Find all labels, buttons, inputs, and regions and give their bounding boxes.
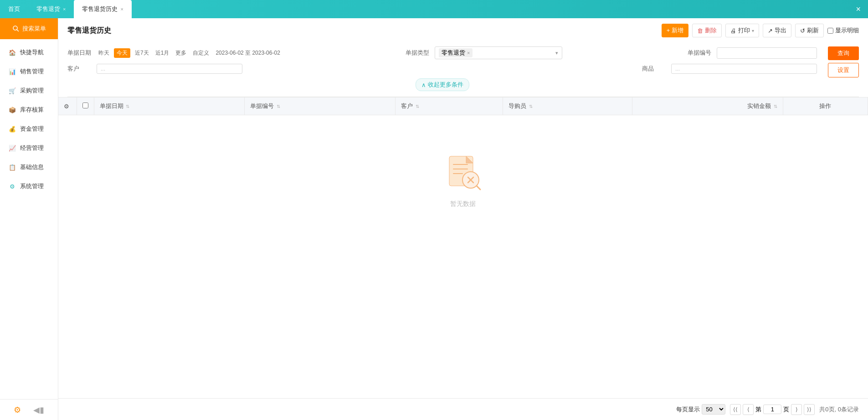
top-bar: 首页零售退货×零售退货历史× × — [0, 0, 868, 18]
display-detail-checkbox-label[interactable]: 显示明细 — [827, 26, 859, 35]
first-page-button[interactable]: ⟨⟨ — [730, 404, 741, 415]
export-button[interactable]: ↗ 导出 — [763, 24, 791, 37]
collapse-button[interactable]: ∧ 收起更多条件 — [416, 78, 469, 91]
add-button[interactable]: + 新增 — [662, 24, 688, 37]
table-body: 暂无数据 — [58, 115, 868, 236]
next-page-button[interactable]: ⟩ — [791, 404, 802, 415]
goods-placeholder: ... — [675, 66, 680, 72]
tab-retail-return-history[interactable]: 零售退货历史× — [74, 0, 131, 18]
per-page-label: 每页显示 — [676, 405, 700, 414]
page-title: 零售退货历史 — [67, 26, 111, 36]
sidebar-item-operations[interactable]: 📈 经营管理 — [0, 138, 58, 158]
export-icon: ↗ — [768, 27, 773, 34]
filter-row-1: 单据日期 昨天 今天 近7天 近1月 更多 自定义 2023-06-02 至 2… — [67, 46, 817, 59]
search-icon — [12, 25, 20, 32]
date-opt-today[interactable]: 今天 — [114, 48, 130, 58]
inventory-nav-icon: 📦 — [8, 106, 16, 114]
th-settings[interactable]: ⚙ — [58, 97, 77, 115]
base-nav-icon: 📋 — [8, 163, 16, 171]
type-tag-close[interactable]: × — [467, 50, 470, 56]
sidebar-item-label-quick-nav: 快捷导航 — [20, 48, 44, 56]
delete-button[interactable]: 🗑 删除 — [692, 24, 722, 37]
date-opt-more[interactable]: 更多 — [174, 49, 188, 57]
sidebar-search-label: 搜索菜单 — [22, 25, 46, 33]
type-tag-label: 零售退货 — [442, 49, 465, 57]
filter-setting-button[interactable]: 设置 — [828, 63, 859, 77]
date-sort-icon: ⇅ — [126, 104, 129, 109]
volume-icon[interactable]: ◀▮ — [33, 405, 44, 415]
date-opt-custom[interactable]: 自定义 — [191, 49, 211, 57]
sidebar-bottom: ⚙ ◀▮ — [0, 399, 58, 420]
collapse-row: ∧ 收起更多条件 — [67, 78, 817, 97]
customer-filter-label: 客户 — [67, 65, 93, 73]
sidebar-item-finance[interactable]: 💰 资金管理 — [0, 119, 58, 138]
number-filter-input[interactable] — [717, 47, 817, 59]
main-layout: 搜索菜单 🏠 快捷导航 📊 销售管理 🛒 采购管理 📦 库存核算 💰 资金管理 … — [0, 18, 868, 420]
sidebar-nav: 🏠 快捷导航 📊 销售管理 🛒 采购管理 📦 库存核算 💰 资金管理 📈 经营管… — [0, 39, 58, 399]
amount-sort-icon: ⇅ — [774, 104, 777, 109]
customer-filter-select[interactable]: ... — [97, 64, 242, 74]
page-prefix-label: 第 — [755, 405, 761, 414]
tab-label-retail-return-history: 零售退货历史 — [82, 5, 118, 13]
date-opt-1month[interactable]: 近1月 — [154, 49, 171, 57]
page-size-select: 每页显示 10 20 50 100 — [676, 404, 725, 415]
refresh-button[interactable]: ↺ 刷新 — [795, 24, 824, 37]
tab-close-retail-return-history[interactable]: × — [120, 6, 123, 12]
type-tag: 零售退货 × — [439, 48, 473, 57]
last-page-button[interactable]: ⟩⟩ — [804, 404, 815, 415]
goods-filter-select[interactable]: ... — [671, 64, 817, 74]
tab-close-retail-return[interactable]: × — [63, 6, 66, 12]
page-number-input[interactable] — [763, 405, 781, 414]
sales-nav-icon: 📊 — [8, 67, 16, 76]
sidebar-item-system[interactable]: ⚙ 系统管理 — [0, 177, 58, 196]
type-filter-label: 单据类型 — [406, 49, 431, 57]
settings-gear-icon[interactable]: ⚙ — [64, 103, 69, 110]
empty-text: 暂无数据 — [450, 200, 476, 208]
th-amount[interactable]: 实销金额 ⇅ — [632, 97, 783, 115]
select-all-checkbox[interactable] — [82, 102, 88, 108]
sidebar: 搜索菜单 🏠 快捷导航 📊 销售管理 🛒 采购管理 📦 库存核算 💰 资金管理 … — [0, 18, 58, 420]
number-sort-icon: ⇅ — [277, 104, 280, 109]
sidebar-item-base-info[interactable]: 📋 基础信息 — [0, 158, 58, 177]
display-detail-checkbox[interactable] — [827, 28, 833, 34]
th-guide[interactable]: 导购员 ⇅ — [503, 97, 632, 115]
type-filter-select[interactable]: 零售退货 × ▾ — [435, 46, 562, 59]
operations-nav-icon: 📈 — [8, 144, 16, 152]
empty-row: 暂无数据 — [58, 115, 868, 236]
sidebar-item-label-finance: 资金管理 — [20, 125, 44, 133]
th-check[interactable] — [77, 97, 94, 115]
th-date[interactable]: 单据日期 ⇅ — [94, 97, 245, 115]
query-button[interactable]: 查询 — [828, 46, 859, 60]
number-filter-label: 单据编号 — [688, 49, 713, 57]
tab-home[interactable]: 首页 — [0, 0, 28, 18]
system-nav-icon: ⚙ — [8, 182, 16, 190]
page-title-row: 零售退货历史 + 新增 🗑 删除 🖨 打印 ▾ ↗ 导出 — [67, 24, 859, 42]
collapse-up-icon: ∧ — [421, 82, 426, 88]
per-page-dropdown[interactable]: 10 20 50 100 — [702, 404, 725, 415]
total-info: 共0页, 0条记录 — [819, 405, 859, 414]
sidebar-search-button[interactable]: 搜索菜单 — [0, 18, 58, 39]
sidebar-item-quick-nav[interactable]: 🏠 快捷导航 — [0, 43, 58, 62]
sidebar-item-label-operations: 经营管理 — [20, 144, 44, 152]
svg-line-10 — [477, 186, 480, 190]
sidebar-item-inventory[interactable]: 📦 库存核算 — [0, 100, 58, 119]
th-customer[interactable]: 客户 ⇅ — [395, 97, 503, 115]
page-nav: ⟨⟨ ⟨ 第 页 ⟩ ⟩⟩ — [730, 404, 815, 415]
tab-retail-return[interactable]: 零售退货× — [28, 0, 74, 18]
sidebar-item-sales-mgmt[interactable]: 📊 销售管理 — [0, 62, 58, 81]
settings-icon[interactable]: ⚙ — [14, 405, 21, 415]
prev-page-button[interactable]: ⟨ — [743, 404, 754, 415]
sidebar-item-label-system: 系统管理 — [20, 182, 44, 190]
page-unit-label: 页 — [783, 405, 789, 414]
date-opt-yesterday[interactable]: 昨天 — [97, 49, 111, 57]
th-number[interactable]: 单据编号 ⇅ — [245, 97, 395, 115]
sidebar-item-purchase-mgmt[interactable]: 🛒 采购管理 — [0, 81, 58, 100]
print-button[interactable]: 🖨 打印 ▾ — [725, 24, 759, 37]
customer-placeholder: ... — [101, 66, 105, 72]
window-close-button[interactable]: × — [848, 0, 868, 18]
print-icon: 🖨 — [730, 27, 736, 34]
date-opt-7days[interactable]: 近7天 — [133, 49, 151, 57]
delete-icon: 🗑 — [697, 27, 703, 34]
purchase-nav-icon: 🛒 — [8, 87, 16, 95]
date-range-display: 2023-06-02 至 2023-06-02 — [216, 49, 280, 57]
